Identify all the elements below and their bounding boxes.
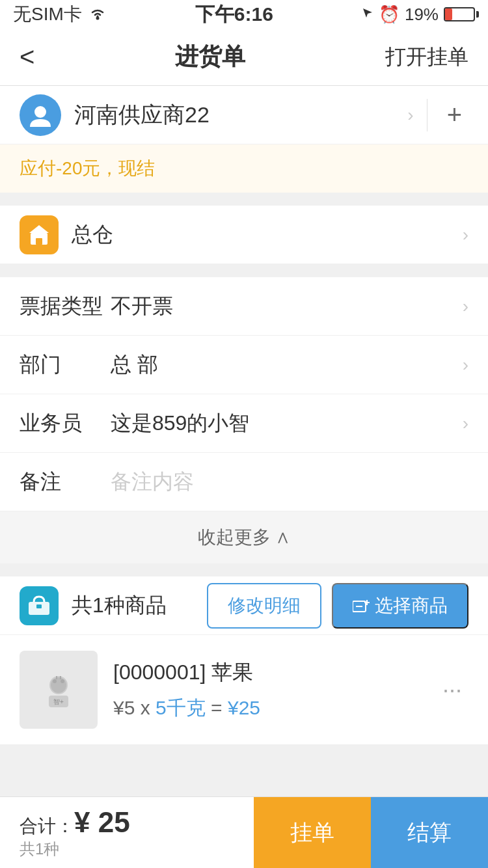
page-title: 进货单 — [175, 41, 245, 73]
svg-marker-3 — [29, 225, 49, 233]
svg-point-0 — [96, 17, 99, 20]
add-button[interactable]: + — [441, 100, 468, 129]
supplier-row[interactable]: 河南供应商22 › + — [0, 86, 488, 144]
status-time: 下午6:16 — [195, 1, 273, 28]
svg-point-14 — [61, 679, 64, 683]
network-label: 无SIM卡 — [13, 2, 82, 27]
status-right: ⏰ 19% — [362, 5, 475, 25]
product-section: 共1种商品 修改明细 选择商品 智+ — [0, 576, 488, 745]
alarm-icon: ⏰ — [379, 5, 400, 25]
wifi-icon — [88, 4, 107, 25]
remark-label: 备注 — [20, 468, 111, 496]
form-section: 票据类型 不开票 › 部门 总 部 › 业务员 这是859的小智 › 备注 备注… — [0, 277, 488, 511]
content: 河南供应商22 › + 应付-20元，现结 总仓 › 票据类型 不开票 › 部门… — [0, 86, 488, 849]
invoice-value: 不开票 — [111, 292, 463, 321]
warehouse-card: 总仓 › — [0, 206, 488, 264]
product-price: ¥5 x 5千克 = ¥25 — [113, 695, 436, 722]
invoice-label: 票据类型 — [20, 292, 111, 321]
warehouse-name: 总仓 — [72, 221, 463, 249]
product-count: 共1种商品 — [72, 591, 207, 620]
hang-button[interactable]: 挂单 — [254, 797, 371, 868]
warehouse-chevron-icon: › — [463, 224, 468, 245]
divider — [427, 99, 427, 131]
dept-label: 部门 — [20, 351, 111, 379]
supplier-chevron-icon: › — [407, 105, 413, 126]
product-icon — [20, 586, 59, 625]
select-product-label: 选择商品 — [375, 593, 448, 618]
status-bar: 无SIM卡 下午6:16 ⏰ 19% — [0, 0, 488, 29]
invoice-chevron-icon: › — [463, 296, 468, 317]
total-count: 共1种 — [20, 839, 234, 860]
svg-rect-4 — [36, 238, 42, 245]
more-options-button[interactable]: ··· — [436, 670, 468, 710]
bottom-bar: 合计： ¥ 25 共1种 挂单 结算 — [0, 796, 488, 868]
supplier-avatar — [20, 94, 61, 136]
edit-detail-button[interactable]: 修改明细 — [207, 583, 321, 629]
staff-value: 这是859的小智 — [111, 409, 463, 438]
remark-row[interactable]: 备注 备注内容 — [0, 453, 488, 511]
svg-point-1 — [34, 106, 46, 118]
svg-point-12 — [51, 677, 66, 693]
svg-rect-6 — [36, 604, 42, 608]
staff-chevron-icon: › — [463, 413, 468, 434]
dept-chevron-icon: › — [463, 355, 468, 375]
staff-label: 业务员 — [20, 409, 111, 438]
nav-bar: < 进货单 打开挂单 — [0, 29, 488, 86]
product-name: [0000001] 苹果 — [113, 658, 436, 687]
battery-icon — [444, 7, 475, 21]
svg-text:智+: 智+ — [53, 698, 64, 705]
collapse-label: 收起更多 ∧ — [198, 525, 291, 550]
location-icon — [362, 5, 373, 25]
open-hang-button[interactable]: 打开挂单 — [385, 43, 468, 72]
staff-row[interactable]: 业务员 这是859的小智 › — [0, 394, 488, 453]
battery-percent: 19% — [405, 5, 439, 25]
product-item: 智+ [0000001] 苹果 ¥5 x 5千克 = ¥25 ··· — [0, 635, 488, 745]
invoice-row[interactable]: 票据类型 不开票 › — [0, 277, 488, 336]
collapse-toggle[interactable]: 收起更多 ∧ — [0, 511, 488, 563]
checkout-button[interactable]: 结算 — [371, 797, 488, 868]
remark-placeholder: 备注内容 — [111, 468, 468, 496]
total-section: 合计： ¥ 25 共1种 — [0, 797, 254, 868]
product-info: [0000001] 苹果 ¥5 x 5千克 = ¥25 — [113, 658, 436, 722]
total-label: 合计： — [20, 814, 74, 839]
status-left: 无SIM卡 — [13, 2, 107, 27]
dept-value: 总 部 — [111, 351, 463, 379]
warehouse-icon — [20, 215, 59, 254]
select-product-button[interactable]: 选择商品 — [332, 583, 468, 629]
svg-point-13 — [53, 679, 57, 683]
warehouse-row[interactable]: 总仓 › — [0, 206, 488, 264]
total-amount: ¥ 25 — [74, 806, 130, 839]
dept-row[interactable]: 部门 总 部 › — [0, 336, 488, 394]
product-header: 共1种商品 修改明细 选择商品 — [0, 576, 488, 635]
supplier-name: 河南供应商22 — [74, 100, 407, 130]
supplier-card: 河南供应商22 › + 应付-20元，现结 — [0, 86, 488, 193]
product-thumbnail: 智+ — [20, 651, 98, 729]
supplier-notice: 应付-20元，现结 — [0, 144, 488, 193]
back-button[interactable]: < — [20, 42, 34, 72]
